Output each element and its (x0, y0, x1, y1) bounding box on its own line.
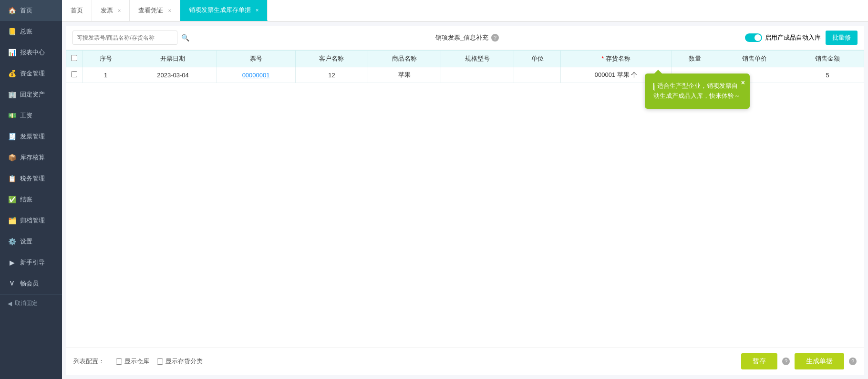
tooltip-close-button[interactable]: × (741, 77, 745, 88)
generate-button[interactable]: 生成单据 (795, 353, 844, 369)
batch-button[interactable]: 批量修 (826, 31, 858, 45)
sidebar-label-home: 首页 (20, 6, 32, 15)
sidebar-label-tax-management: 税务管理 (20, 174, 45, 183)
ledger-icon: 📒 (8, 28, 16, 35)
sidebar-item-fixed-assets[interactable]: 🏢 固定资产 (0, 84, 62, 105)
content-area: 🔍 销项发票_信息补充 ? 启用产成品自动入库 批量修 (66, 26, 864, 375)
row-checkbox-0[interactable] (66, 67, 83, 83)
sidebar-label-guide: 新手引导 (20, 258, 45, 267)
header-unit-price: 销售单价 (718, 51, 791, 67)
header-unit: 单位 (514, 51, 561, 67)
sidebar-label-payroll: 工资 (20, 111, 32, 120)
report-icon: 📊 (8, 49, 16, 56)
show-warehouse-text: 显示仓库 (124, 357, 149, 366)
info-icon[interactable]: ? (491, 34, 499, 42)
show-warehouse-label[interactable]: 显示仓库 (116, 357, 149, 366)
sidebar-item-settings[interactable]: ⚙️ 设置 (0, 231, 62, 252)
center-label: 销项发票_信息补充 (435, 33, 488, 42)
tab-home[interactable]: 首页 (62, 0, 92, 21)
main-area: 首页 发票 × 查看凭证 × 销项发票生成库存单据 × 🔍 销项发票_信息补充 … (62, 0, 868, 379)
show-inventory-category-checkbox[interactable] (157, 358, 163, 365)
show-inventory-category-label[interactable]: 显示存货分类 (157, 357, 203, 366)
inventory-icon: 📦 (8, 154, 16, 161)
sidebar-item-fund-management[interactable]: 💰 资金管理 (0, 63, 62, 84)
tab-view-voucher[interactable]: 查看凭证 × (130, 0, 180, 21)
settings-icon: ⚙️ (8, 238, 16, 245)
table-header-row: 序号 开票日期 票号 客户名称 商品名称 规格型号 单位 存货名称 数量 销售单… (66, 51, 864, 67)
sidebar-unfix[interactable]: ◀ 取消固定 (0, 294, 62, 312)
toolbar-left: 🔍 (72, 31, 189, 45)
sidebar-item-tax-management[interactable]: 📋 税务管理 (0, 168, 62, 189)
assets-icon: 🏢 (8, 91, 16, 98)
row-seq-0: 1 (83, 67, 129, 83)
home-icon: 🏠 (8, 7, 16, 14)
sidebar-item-invoice-management[interactable]: 🧾 发票管理 (0, 126, 62, 147)
sidebar-label-settle: 结账 (20, 195, 32, 204)
sidebar-label-member: 畅会员 (20, 279, 39, 288)
archive-icon: 🗂️ (8, 217, 16, 224)
list-config-label: 列表配置： (73, 357, 104, 366)
unfix-label: 取消固定 (15, 299, 38, 307)
row-select-0[interactable] (71, 71, 77, 77)
tab-sales-return-label: 销项发票生成库存单据 (189, 6, 251, 14)
tooltip-popup: × | 适合生产型企业，销项发票自动生成产成品入库，快来体验～ (645, 74, 750, 109)
generate-info-icon[interactable]: ? (849, 358, 857, 365)
tab-bar: 首页 发票 × 查看凭证 × 销项发票生成库存单据 × (62, 0, 868, 22)
header-inventory-name: 存货名称 (561, 51, 672, 67)
toggle-label: 启用产成品自动入库 (765, 33, 821, 42)
sidebar-item-inventory[interactable]: 📦 库存核算 (0, 147, 62, 168)
header-spec-model: 规格型号 (441, 51, 514, 67)
save-info-icon[interactable]: ? (782, 358, 790, 365)
tooltip-cursor: | (653, 83, 654, 90)
sidebar-item-payroll[interactable]: 💵 工资 (0, 105, 62, 126)
show-warehouse-checkbox[interactable] (116, 358, 122, 365)
tab-view-voucher-close[interactable]: × (168, 8, 171, 13)
sidebar-label-report-center: 报表中心 (20, 48, 45, 57)
sidebar-item-report-center[interactable]: 📊 报表中心 (0, 42, 62, 63)
tab-sales-return-close[interactable]: × (256, 7, 258, 13)
row-unit-0 (514, 67, 561, 83)
row-customer-0: 12 (295, 67, 368, 83)
sidebar-label-fund-management: 资金管理 (20, 69, 45, 78)
sidebar-item-settle[interactable]: ✅ 结账 (0, 189, 62, 210)
sidebar-item-guide[interactable]: ▶ 新手引导 (0, 252, 62, 273)
tab-sales-return[interactable]: 销项发票生成库存单据 × (180, 0, 268, 21)
bottom-bar: 列表配置： 显示仓库 显示存货分类 暂存 ? 生成单据 ? (66, 347, 864, 375)
bottom-actions: 暂存 ? 生成单据 ? (741, 353, 857, 369)
invoice-icon: 🧾 (8, 133, 16, 140)
sidebar-label-fixed-assets: 固定资产 (20, 90, 45, 99)
header-invoice-no: 票号 (217, 51, 295, 67)
sidebar-item-member[interactable]: V 畅会员 (0, 273, 62, 294)
header-checkbox[interactable] (66, 51, 83, 67)
auto-warehouse-toggle[interactable] (745, 33, 762, 42)
unfix-icon: ◀ (8, 300, 12, 307)
header-open-date: 开票日期 (129, 51, 217, 67)
select-all-checkbox[interactable] (71, 55, 77, 61)
sidebar-item-general-ledger[interactable]: 📒 总账 (0, 21, 62, 42)
search-input[interactable] (72, 31, 177, 45)
toolbar-right: 启用产成品自动入库 批量修 (745, 31, 858, 45)
row-invoice-no-0[interactable]: 00000001 (217, 67, 295, 83)
sidebar-label-inventory: 库存核算 (20, 153, 45, 162)
row-sales-amount-0: 5 (791, 67, 864, 83)
search-icon[interactable]: 🔍 (181, 34, 189, 42)
toggle-wrapper: 启用产成品自动入库 (745, 33, 821, 42)
tooltip-text: 适合生产型企业，销项发票自动生成产成品入库，快来体验～ (653, 82, 740, 99)
row-spec-model-0 (441, 67, 514, 83)
fund-icon: 💰 (8, 70, 16, 77)
tab-invoice-close[interactable]: × (118, 8, 121, 13)
sidebar-label-invoice-management: 发票管理 (20, 132, 45, 141)
tax-icon: 📋 (8, 175, 16, 182)
save-button[interactable]: 暂存 (741, 353, 777, 369)
sidebar-label-general-ledger: 总账 (20, 27, 32, 36)
toolbar-center: 销项发票_信息补充 ? (435, 33, 499, 42)
sidebar-label-archive: 归档管理 (20, 216, 45, 225)
tab-view-voucher-label: 查看凭证 (138, 6, 163, 15)
sidebar-item-archive[interactable]: 🗂️ 归档管理 (0, 210, 62, 231)
header-product-name: 商品名称 (368, 51, 441, 67)
sidebar-item-home[interactable]: 🏠 首页 (0, 0, 62, 21)
tab-home-label: 首页 (71, 6, 83, 15)
toolbar: 🔍 销项发票_信息补充 ? 启用产成品自动入库 批量修 (66, 26, 864, 50)
row-open-date-0: 2023-03-04 (129, 67, 217, 83)
tab-invoice[interactable]: 发票 × (92, 0, 130, 21)
